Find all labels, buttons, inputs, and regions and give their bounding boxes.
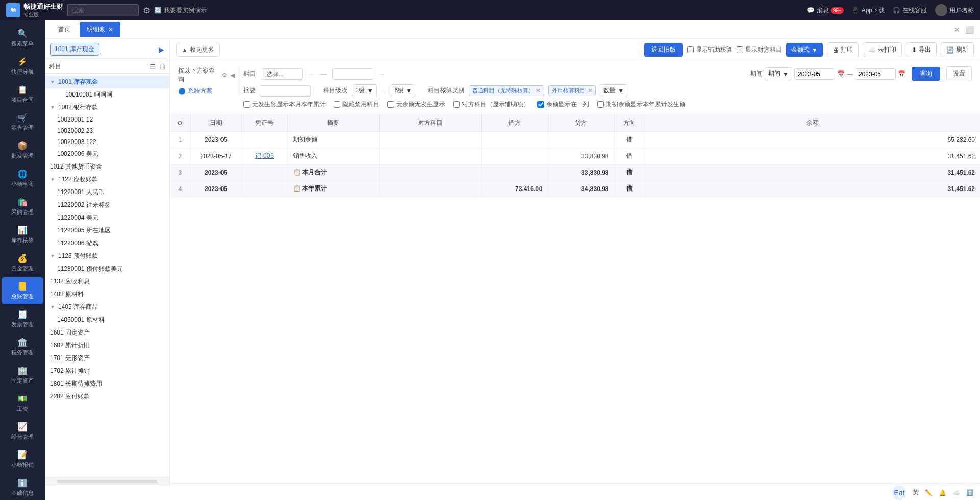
sidebar-item-operations[interactable]: 📈 经营管理: [2, 418, 43, 445]
level-end-dropdown[interactable]: 6级 ▼: [391, 84, 416, 97]
show-aux-calc-checkbox[interactable]: 显示辅助核算: [687, 45, 732, 54]
online-service-btn[interactable]: 🎧 在线客服: [893, 6, 927, 15]
sidebar-item-retail[interactable]: 🛒 零售管理: [2, 109, 43, 136]
expand-arrow-icon[interactable]: ▶: [159, 45, 164, 54]
tree-item-1001[interactable]: ▼ 1001 库存现金: [45, 76, 169, 88]
fcb-no-balance[interactable]: 无余额无发生显示: [387, 100, 445, 109]
sidebar-item-inventory[interactable]: 📊 库存核算: [2, 221, 43, 248]
tree-item-1801[interactable]: 1801 长期待摊费用: [45, 377, 169, 390]
sidebar-item-salary[interactable]: 💵 工资: [2, 390, 43, 417]
selected-account[interactable]: 1001 库存现金: [50, 43, 99, 56]
tree-item-1123[interactable]: ▼ 1123 预付账款: [45, 250, 169, 263]
tree-item-11230001[interactable]: 11230001 预付账款美元: [45, 263, 169, 275]
sidebar-item-invoice[interactable]: 🧾 发票管理: [2, 305, 43, 332]
sidebar-item-quicknav[interactable]: ⚡ 快捷导航: [2, 53, 43, 80]
tree-item-14050001[interactable]: 14050001 原材料: [45, 314, 169, 326]
kemu-end-input[interactable]: [332, 68, 373, 80]
scheme-item[interactable]: 🔵 系统方案: [178, 87, 235, 96]
sidebar-item-search[interactable]: 🔍 搜索菜单: [2, 25, 43, 52]
tree-item-1012[interactable]: 1012 其他货币资金: [45, 160, 169, 173]
tree-item-1702[interactable]: 1702 累计摊销: [45, 365, 169, 377]
export-btn[interactable]: ⬇ 导出: [906, 42, 937, 57]
fcb-show-init[interactable]: 期初余额显示本年累计发生额: [597, 100, 685, 109]
sidebar-item-ledger[interactable]: 📒 总账管理: [2, 277, 43, 304]
display-mode-dropdown[interactable]: 金额式 ▼: [786, 43, 823, 57]
date-start-input[interactable]: [794, 68, 835, 80]
settings-icon[interactable]: ⚙: [143, 6, 150, 15]
tree-item-10010001[interactable]: 10010001 呵呵呵: [45, 88, 169, 101]
sidebar-item-finance[interactable]: 💰 资金管理: [2, 249, 43, 276]
sidebar-item-ecommerce[interactable]: 🌐 小畅电商: [2, 165, 43, 192]
app-download-btn[interactable]: 📱 App下载: [852, 6, 885, 15]
tree-body[interactable]: ▼ 1001 库存现金 10010001 呵呵呵 ▼ 1002 银行存款 100…: [45, 74, 169, 477]
tree-item-1701[interactable]: 1701 无形资产: [45, 352, 169, 365]
sidebar-item-basic[interactable]: ℹ️ 基础信息: [2, 474, 43, 500]
sidebar-item-wholesale[interactable]: 📦 批发管理: [2, 137, 43, 164]
print-btn[interactable]: 🖨 打印: [827, 42, 859, 57]
tree-item-11220002[interactable]: 11220002 往来标签: [45, 199, 169, 211]
waibi-tag-close[interactable]: ✕: [587, 87, 592, 94]
calendar-icon[interactable]: 📅: [837, 70, 845, 78]
kemu-input[interactable]: [262, 68, 303, 80]
tab-mingxi[interactable]: 明细账 ✕: [80, 22, 120, 37]
fcb-no-occur[interactable]: 无发生额显示本月本年累计: [243, 100, 326, 109]
tree-item-10020006[interactable]: 10020006 美元: [45, 148, 169, 160]
tree-item-1132[interactable]: 1132 应收利息: [45, 275, 169, 288]
tree-item-1601[interactable]: 1601 固定资产: [45, 326, 169, 339]
user-avatar[interactable]: 用户名称: [935, 4, 974, 16]
return-old-btn[interactable]: 退回旧版: [644, 43, 683, 57]
query-btn[interactable]: 查询: [912, 67, 940, 81]
scheme-settings-icon[interactable]: ⚙: [222, 72, 227, 79]
scroll-track[interactable]: [57, 480, 157, 483]
show-counter-checkbox[interactable]: 显示对方科目: [737, 45, 782, 54]
tree-list-icon[interactable]: ☰: [150, 63, 156, 71]
fcb-balance-col[interactable]: 余额显示在一列: [537, 100, 589, 109]
cloud-icon[interactable]: ☁️: [952, 489, 960, 496]
eat-btn[interactable]: Eat: [892, 486, 906, 500]
tree-item-11220005[interactable]: 11220005 所在地区: [45, 224, 169, 237]
edit-icon[interactable]: ✏️: [925, 489, 933, 496]
sidebar-item-assets[interactable]: 🏢 固定资产: [2, 362, 43, 389]
fcb-hide-disabled[interactable]: 隐藏禁用科目: [334, 100, 379, 109]
upload-icon[interactable]: ⬆️: [966, 489, 974, 496]
sidebar-item-purchase[interactable]: 🛍️ 采购管理: [2, 193, 43, 220]
level-start-dropdown[interactable]: 1级 ▼: [352, 84, 377, 97]
tree-item-10020002[interactable]: 10020002 23: [45, 125, 169, 136]
sidebar-item-project[interactable]: 📋 项目合同: [2, 81, 43, 108]
cloud-print-btn[interactable]: ☁️ 云打印: [863, 42, 902, 57]
refresh-btn[interactable]: 🔄 刷新: [941, 42, 974, 57]
tree-item-1405[interactable]: ▼ 1405 库存商品: [45, 301, 169, 314]
tab-home[interactable]: 首页: [51, 22, 78, 37]
demo-link[interactable]: 🔄 我要看实例演示: [154, 6, 207, 15]
tree-item-2202[interactable]: 2202 应付账款: [45, 390, 169, 403]
tab-close-icon[interactable]: ✕: [108, 26, 113, 33]
bell-icon[interactable]: 🔔: [939, 489, 946, 496]
lang-label[interactable]: 英: [913, 488, 919, 497]
sidebar-item-tax[interactable]: 🏛️ 税务管理: [2, 334, 43, 361]
window-resize-icon[interactable]: ⬜: [965, 26, 974, 34]
tree-item-10020003[interactable]: 10020003 122: [45, 136, 169, 148]
tree-item-1122[interactable]: ▼ 1122 应收账款: [45, 173, 169, 186]
tree-item-11220001[interactable]: 11220001 人民币: [45, 186, 169, 199]
more-btn[interactable]: ▲ 收起更多: [176, 43, 220, 57]
filter-set-btn[interactable]: 设置: [946, 66, 972, 81]
calendar2-icon[interactable]: 📅: [898, 70, 905, 78]
tree-item-11220004[interactable]: 11220004 美元: [45, 211, 169, 224]
th-settings[interactable]: ⚙: [170, 114, 190, 132]
tree-fold-icon[interactable]: ⊟: [159, 63, 165, 71]
tree-item-11220006[interactable]: 11220006 游戏: [45, 237, 169, 250]
tree-item-10020001[interactable]: 10020001 12: [45, 114, 169, 125]
message-btn[interactable]: 💬 消息 99+: [807, 6, 844, 15]
kemu-calc-tag-close[interactable]: ✕: [536, 87, 541, 94]
sidebar-item-report[interactable]: 📝 小畅报销: [2, 446, 43, 473]
tree-item-1403[interactable]: 1403 原材料: [45, 288, 169, 301]
summary-input[interactable]: [260, 85, 311, 97]
date-end-input[interactable]: [855, 68, 896, 80]
top-search-input[interactable]: [67, 4, 139, 16]
table-cell[interactable]: 记-006: [241, 148, 287, 164]
window-close-icon[interactable]: ✕: [954, 26, 960, 34]
period-type-dropdown[interactable]: 期间 ▼: [765, 67, 792, 80]
shuliang-dropdown[interactable]: 数量 ▼: [600, 84, 627, 97]
tree-item-1002[interactable]: ▼ 1002 银行存款: [45, 101, 169, 114]
tree-item-1602[interactable]: 1602 累计折旧: [45, 339, 169, 352]
